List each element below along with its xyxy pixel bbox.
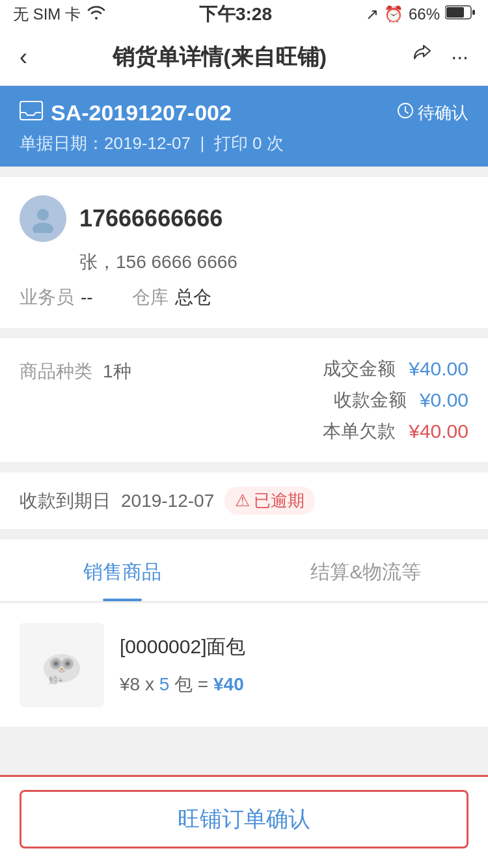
- warehouse-meta: 仓库 总仓: [132, 285, 211, 310]
- product-item: 鲸+ [0000002]面包 ¥8 x 5 包 = ¥40: [0, 603, 488, 727]
- deal-amount-label: 成交金额: [323, 357, 396, 381]
- svg-point-13: [66, 662, 69, 665]
- customer-section: 17666666666 张，156 6666 6666 业务员 -- 仓库 总仓: [0, 177, 488, 328]
- status-bar-right: ↗ ⏰ 66%: [366, 5, 475, 23]
- svg-text:鲸+: 鲸+: [49, 675, 63, 685]
- status-bar-time: 下午3:28: [199, 2, 272, 27]
- order-header: SA-20191207-002 待确认 单据日期：2019-12-07 | 打印…: [0, 86, 488, 167]
- goods-type-value: 1种: [103, 359, 131, 384]
- back-button[interactable]: ‹: [20, 44, 27, 71]
- svg-rect-2: [472, 10, 475, 15]
- order-status: 待确认: [397, 102, 468, 124]
- order-header-top: SA-20191207-002 待确认: [20, 100, 468, 126]
- battery-icon: [445, 5, 475, 23]
- warning-icon: ⚠: [235, 491, 250, 511]
- product-qty: 5: [159, 674, 170, 694]
- owed-label: 本单欠款: [323, 419, 396, 444]
- svg-point-5: [37, 209, 49, 221]
- sales-value: --: [81, 287, 93, 308]
- customer-detail: 张，156 6666 6666: [20, 250, 468, 275]
- svg-rect-1: [446, 7, 464, 18]
- deal-amount-value: ¥40.00: [409, 358, 468, 380]
- svg-point-12: [55, 662, 57, 665]
- tab-settlement-logistics[interactable]: 结算&物流等: [244, 539, 488, 601]
- customer-avatar: [20, 195, 66, 242]
- received-label: 收款金额: [334, 388, 407, 413]
- battery-label: 66%: [409, 5, 440, 23]
- confirm-order-button[interactable]: 旺铺订单确认: [20, 790, 468, 848]
- status-bar: 无 SIM 卡 下午3:28 ↗ ⏰ 66%: [0, 0, 488, 29]
- wifi-icon: [87, 5, 105, 23]
- customer-top: 17666666666: [20, 195, 468, 242]
- product-info: [0000002]面包 ¥8 x 5 包 = ¥40: [120, 634, 468, 697]
- nav-bar: ‹ 销货单详情(来自旺铺) ···: [0, 29, 488, 86]
- sales-meta: 业务员 --: [20, 285, 93, 310]
- more-icon[interactable]: ···: [451, 45, 468, 69]
- product-list: 鲸+ [0000002]面包 ¥8 x 5 包 = ¥40: [0, 603, 488, 727]
- amount-summary: 成交金额 ¥40.00 收款金额 ¥0.00 本单欠款 ¥40.00: [323, 357, 468, 444]
- payment-due: 收款到期日 2019-12-07 ⚠ 已逾期: [0, 472, 488, 529]
- status-bar-left: 无 SIM 卡: [13, 4, 105, 25]
- svg-point-6: [33, 223, 53, 233]
- carrier-label: 无 SIM 卡: [13, 4, 81, 25]
- product-name: [0000002]面包: [120, 634, 468, 660]
- payment-due-date: 2019-12-07: [121, 491, 214, 511]
- clock-icon: [397, 102, 414, 124]
- summary-section: 商品种类 1种 成交金额 ¥40.00 收款金额 ¥0.00 本单欠款 ¥40.…: [0, 338, 488, 462]
- overdue-text: 已逾期: [254, 489, 305, 512]
- bottom-bar: 旺铺订单确认: [0, 775, 488, 868]
- deal-amount-row: 成交金额 ¥40.00: [323, 357, 468, 381]
- inbox-icon: [20, 100, 43, 126]
- sales-label: 业务员: [20, 285, 74, 310]
- product-image: 鲸+: [20, 623, 104, 707]
- goods-type: 商品种类 1种: [20, 357, 323, 384]
- payment-due-label: 收款到期日: [20, 489, 111, 513]
- overdue-badge: ⚠ 已逾期: [224, 487, 315, 515]
- warehouse-label: 仓库: [132, 285, 169, 310]
- received-value: ¥0.00: [420, 389, 468, 411]
- order-id: SA-20191207-002: [20, 100, 232, 126]
- product-total: ¥40: [213, 674, 244, 694]
- warehouse-value: 总仓: [175, 285, 211, 310]
- page-title: 销货单详情(来自旺铺): [113, 42, 327, 72]
- tab-sales-products[interactable]: 销售商品: [0, 539, 244, 601]
- gps-icon: ↗: [366, 5, 379, 23]
- order-date: 单据日期：2019-12-07 | 打印 0 次: [20, 132, 468, 155]
- tabs-bar: 销售商品 结算&物流等: [0, 539, 488, 602]
- share-icon[interactable]: [412, 43, 435, 72]
- customer-phone: 17666666666: [79, 205, 223, 232]
- svg-rect-3: [20, 102, 42, 120]
- product-price: ¥8 x 5 包 = ¥40: [120, 672, 468, 697]
- owed-value: ¥40.00: [409, 420, 468, 442]
- received-amount-row: 收款金额 ¥0.00: [334, 388, 468, 413]
- owed-amount-row: 本单欠款 ¥40.00: [323, 419, 468, 444]
- goods-type-label: 商品种类: [20, 359, 92, 384]
- customer-meta: 业务员 -- 仓库 总仓: [20, 285, 468, 310]
- nav-right-actions: ···: [412, 43, 468, 72]
- alarm-icon: ⏰: [384, 5, 403, 23]
